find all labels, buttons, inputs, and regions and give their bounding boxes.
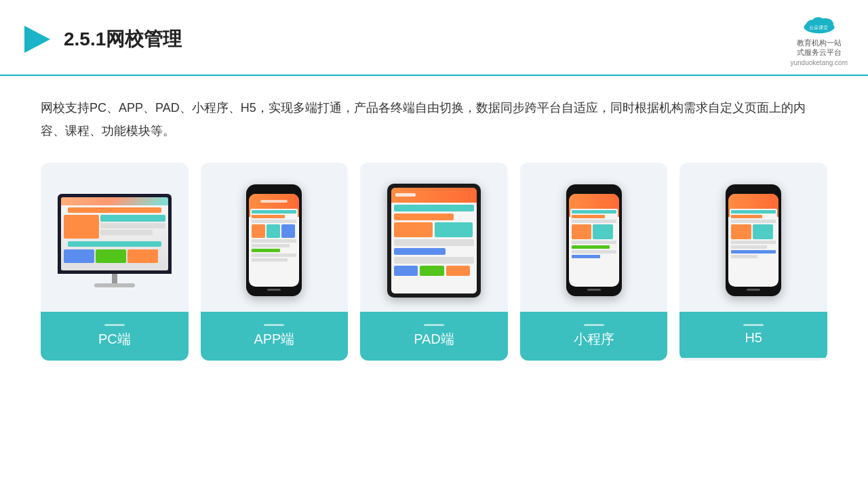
main-content: 网校支持PC、APP、PAD、小程序、H5，实现多端打通，产品各终端自由切换，数…	[0, 76, 868, 374]
pc-monitor	[58, 194, 172, 287]
logo-area: 云朵课堂 教育机构一站 式服务云平台 yunduoketang.com	[790, 12, 848, 66]
card-h5-label: H5	[679, 312, 827, 358]
description-text: 网校支持PC、APP、PAD、小程序、H5，实现多端打通，产品各终端自由切换，数…	[41, 96, 827, 142]
card-pad-label: PAD端	[360, 312, 508, 361]
card-h5-image	[679, 163, 827, 312]
h5-phone	[726, 184, 781, 296]
play-icon	[20, 23, 53, 56]
svg-text:云朵课堂: 云朵课堂	[809, 25, 828, 30]
card-pc-image	[41, 163, 189, 312]
svg-marker-0	[24, 26, 50, 53]
page-title: 2.5.1网校管理	[64, 26, 182, 52]
card-app-label: APP端	[201, 312, 349, 361]
logo-tagline: 教育机构一站 式服务云平台	[797, 38, 842, 58]
miniapp-phone	[566, 184, 622, 296]
pad-tablet	[387, 184, 481, 298]
card-pc-label: PC端	[41, 312, 189, 361]
brand-logo: 云朵课堂	[799, 12, 840, 37]
card-pad: PAD端	[360, 163, 508, 361]
app-phone	[246, 184, 302, 296]
header-left: 2.5.1网校管理	[20, 23, 182, 56]
platform-cards: PC端	[41, 163, 827, 361]
card-miniapp-image	[520, 163, 668, 312]
card-miniapp: 小程序	[520, 163, 668, 361]
card-miniapp-label: 小程序	[520, 312, 668, 361]
card-pc: PC端	[41, 163, 189, 361]
header: 2.5.1网校管理 云朵课堂 教育机构一站 式服务云平台 yunduoketan…	[0, 0, 868, 76]
logo-domain: yunduoketang.com	[790, 59, 848, 66]
card-h5: H5	[679, 163, 827, 361]
card-app-image	[201, 163, 349, 312]
card-pad-image	[360, 163, 508, 312]
card-app: APP端	[201, 163, 349, 361]
